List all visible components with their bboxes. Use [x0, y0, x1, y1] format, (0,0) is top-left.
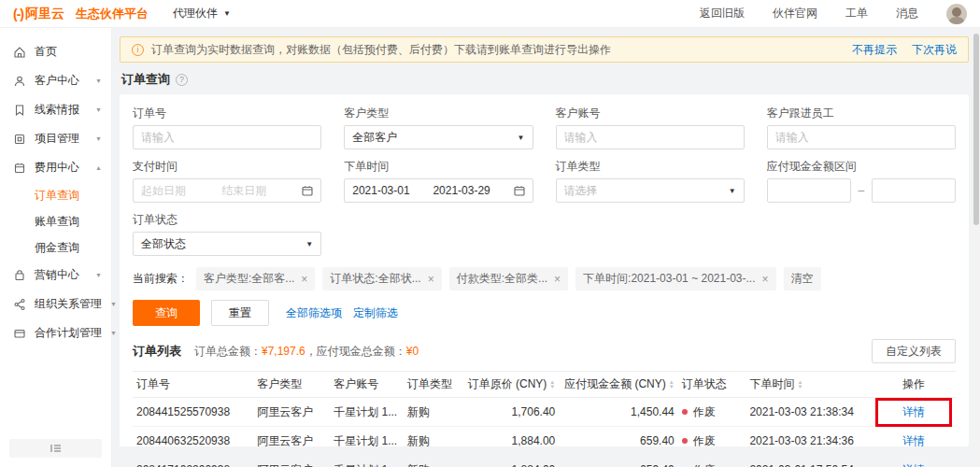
- sidebar-subitem-label: 佣金查询: [35, 240, 79, 256]
- detail-link[interactable]: 详情: [902, 463, 925, 467]
- col-time-sortable[interactable]: 下单时间▲▼: [746, 372, 872, 398]
- order-total-label: 订单总金额：: [194, 344, 262, 360]
- col-price-sortable[interactable]: 订单原价 (CNY)▲▼: [461, 372, 559, 398]
- sidebar-item-label: 费用中心: [35, 160, 87, 176]
- chevron-down-icon: ▼: [518, 134, 525, 142]
- all-filters-link[interactable]: 全部筛选项: [286, 305, 342, 321]
- current-search-row: 当前搜索： 客户类型:全部客... × 订单状态:全部状... × 付款类型:全…: [133, 267, 956, 290]
- cash-min-input[interactable]: [767, 178, 851, 203]
- start-date-placeholder: 起始日期: [141, 183, 218, 199]
- reset-button[interactable]: 重置: [211, 300, 269, 326]
- sidebar-item-bill-query[interactable]: 账单查询: [0, 208, 111, 234]
- cell-cash: 1,450.44: [559, 398, 677, 427]
- order-no-input[interactable]: [133, 125, 321, 149]
- chevron-down-icon: ▼: [95, 272, 102, 278]
- col-cash-sortable[interactable]: 应付现金金额 (CNY)▲▼: [559, 372, 677, 398]
- logo-text[interactable]: 阿里云: [25, 6, 64, 22]
- sort-icon: ▲▼: [797, 380, 802, 389]
- close-icon[interactable]: ×: [428, 273, 434, 286]
- col-action: 操作: [872, 372, 956, 398]
- select-value: 全部状态: [141, 236, 186, 252]
- table-row: 208417102200938 阿里云客户 千星计划 1... 新购 1,884…: [133, 456, 956, 467]
- cell-order-type: 新购: [404, 456, 461, 467]
- sidebar-item-customer-center[interactable]: 客户中心 ▼: [0, 66, 111, 95]
- cell-order-type: 新购: [404, 427, 461, 456]
- alibaba-cloud-logo-icon: (-): [13, 7, 23, 21]
- search-tag: 客户类型:全部客... ×: [196, 267, 315, 290]
- help-icon[interactable]: ?: [176, 74, 188, 86]
- tag-text: 客户类型:全部客...: [204, 271, 294, 287]
- filter-form: 订单号 客户类型 全部客户 ▼ 客户账号: [133, 106, 956, 256]
- role-selector[interactable]: 代理伙伴 ▼: [173, 6, 231, 21]
- follow-staff-input[interactable]: [767, 125, 956, 149]
- project-icon: [13, 133, 26, 146]
- close-icon[interactable]: ×: [762, 273, 769, 286]
- order-status-select[interactable]: 全部状态 ▼: [133, 232, 321, 256]
- table-row: 208441525570938 阿里云客户 千星计划 1... 新购 1,706…: [133, 398, 956, 427]
- sidebar-item-org-relations[interactable]: 组织关系管理 ▼: [0, 290, 111, 318]
- cell-action: 详情: [872, 427, 956, 456]
- customer-account-input[interactable]: [556, 125, 745, 149]
- cell-time: 2021-03-03 21:38:34: [746, 398, 872, 427]
- order-list-title: 订单列表: [133, 343, 181, 360]
- sidebar-item-leads[interactable]: 线索情报 ▼: [0, 95, 111, 124]
- nav-partner-site[interactable]: 伙伴官网: [773, 6, 817, 21]
- sidebar-item-expense-center[interactable]: 费用中心 ▲: [0, 153, 111, 182]
- field-order-time: 下单时间 2021-03-01 2021-03-29: [344, 159, 533, 203]
- detail-link[interactable]: 详情: [902, 434, 925, 447]
- cell-status: 作废: [678, 456, 746, 467]
- query-button[interactable]: 查询: [133, 300, 200, 326]
- clear-tags-button[interactable]: 清空: [784, 267, 821, 290]
- search-tag: 订单状态:全部状... ×: [322, 267, 441, 290]
- col-order-no: 订单号: [133, 372, 253, 398]
- table-header-row: 订单号 客户类型 客户账号 订单类型 订单原价 (CNY)▲▼ 应付现金金额 (…: [133, 372, 956, 398]
- nav-messages[interactable]: 消息: [896, 6, 918, 21]
- cell-order-no: 208441525570938: [133, 398, 253, 427]
- pay-time-range-picker[interactable]: 起始日期 结束日期: [133, 178, 321, 203]
- customer-type-select[interactable]: 全部客户 ▼: [344, 125, 533, 149]
- field-label: 支付时间: [133, 159, 321, 175]
- sidebar-item-home[interactable]: 首页: [0, 37, 111, 66]
- sidebar-item-label: 项目管理: [35, 131, 87, 147]
- close-icon[interactable]: ×: [554, 273, 561, 286]
- col-status: 订单状态: [678, 372, 746, 398]
- chevron-down-icon: ▼: [305, 240, 313, 248]
- cell-customer-type: 阿里云客户: [253, 456, 330, 467]
- summary-comma: ，: [305, 344, 317, 360]
- nav-return-old-version[interactable]: 返回旧版: [700, 6, 745, 21]
- detail-link[interactable]: 详情: [902, 405, 925, 418]
- sort-icon: ▲▼: [549, 380, 555, 389]
- user-avatar[interactable]: [946, 4, 967, 24]
- scrollbar-thumb[interactable]: [973, 34, 979, 225]
- cell-action: 详情: [872, 456, 956, 467]
- select-placeholder: 请选择: [564, 183, 598, 199]
- search-tag: 付款类型:全部类... ×: [449, 267, 568, 290]
- cash-max-input[interactable]: [872, 178, 956, 203]
- field-label: 客户类型: [344, 106, 533, 121]
- field-order-status: 订单状态 全部状态 ▼: [133, 212, 321, 256]
- vertical-scrollbar[interactable]: [973, 28, 980, 467]
- sidebar-item-commission-query[interactable]: 佣金查询: [0, 234, 111, 261]
- app-window: (-) 阿里云 生态伙伴平台 代理伙伴 ▼ 返回旧版 伙伴官网 工单 消息 首页: [0, 0, 980, 467]
- banner-later-link[interactable]: 下次再说: [912, 42, 957, 58]
- sidebar-collapse-button[interactable]: [9, 439, 102, 458]
- customize-columns-button[interactable]: 自定义列表: [872, 339, 956, 363]
- sidebar-item-order-query[interactable]: 订单查询: [0, 182, 111, 208]
- cell-status: 作废: [678, 398, 746, 427]
- sidebar-item-coop-plan[interactable]: 合作计划管理 ▼: [0, 318, 111, 347]
- order-type-select[interactable]: 请选择 ▼: [556, 178, 745, 203]
- close-icon[interactable]: ×: [301, 273, 307, 286]
- order-time-range-picker[interactable]: 2021-03-01 2021-03-29: [344, 178, 533, 203]
- sidebar-item-project-mgmt[interactable]: 项目管理 ▼: [0, 124, 111, 153]
- nav-ticket[interactable]: 工单: [845, 6, 868, 21]
- custom-filters-link[interactable]: 定制筛选: [353, 305, 398, 321]
- chevron-down-icon: ▼: [223, 9, 231, 18]
- banner-dont-remind-link[interactable]: 不再提示: [852, 42, 897, 58]
- sidebar-item-marketing-center[interactable]: 营销中心 ▼: [0, 261, 111, 290]
- field-label: 客户跟进员工: [767, 106, 956, 121]
- cell-order-no: 208417102200938: [133, 456, 253, 467]
- cell-account: 千星计划 1...: [330, 427, 404, 456]
- notice-banner: i 订单查询为实时数据查询，对账数据（包括预付费、后付费）下载请到账单查询进行导…: [120, 36, 969, 63]
- sidebar-item-label: 首页: [35, 44, 102, 60]
- field-label: 订单状态: [133, 212, 321, 228]
